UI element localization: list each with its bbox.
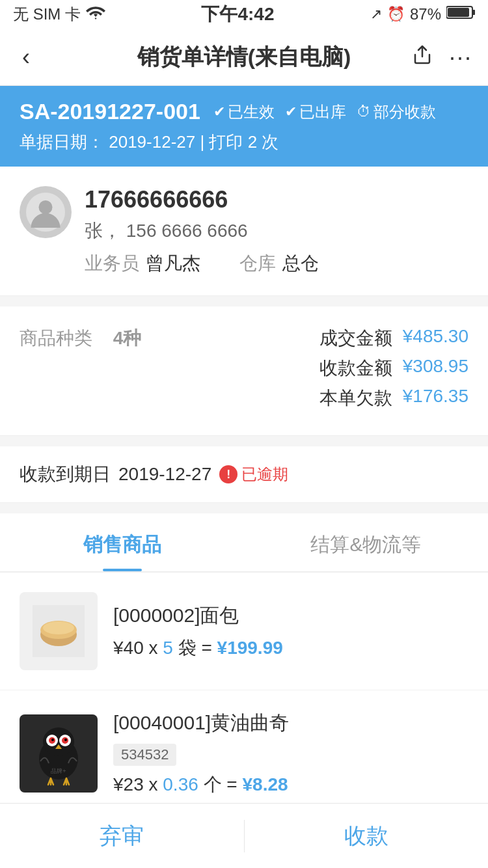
share-button[interactable] [411,44,433,71]
svg-text:品牌+: 品牌+ [51,768,66,774]
overdue-badge: ! 已逾期 [219,464,288,485]
product-details-bread: [0000002]面包 ¥40 x 5 袋 = ¥199.99 [113,603,468,660]
sim-status: 无 SIM 卡 [13,4,81,25]
print-info: | 打印 2 次 [200,132,278,152]
product-unit-price-cookie: ¥23 [113,774,144,794]
product-thumbnail-bread [20,592,98,670]
svg-point-4 [39,200,53,214]
svg-point-17 [64,739,67,741]
svg-point-8 [43,621,74,634]
product-qty-cookie: 0.36 [163,774,198,794]
order-date: 2019-12-27 [109,132,195,152]
warehouse-info: 仓库 总仓 [239,251,319,276]
deal-amount-value: ¥485.30 [403,326,468,351]
customer-avatar [20,186,72,238]
warehouse-label: 仓库 [239,251,276,276]
location-icon: ↗ [370,6,382,23]
status-dispatched: ✔ 已出库 [285,102,346,122]
status-bar-right: ↗ ⏰ 87% [370,5,475,23]
status-partial-payment: ⏱ 部分收款 [357,102,436,122]
order-id: SA-20191227-001 [20,99,200,124]
amount-summary: 成交金额 ¥485.30 收款金额 ¥308.95 本单欠款 ¥176.35 [319,326,468,416]
nav-right-actions: ··· [411,44,472,71]
svg-rect-2 [448,8,469,17]
status-bar-time: 下午4:42 [201,2,274,27]
product-name-cookie: [00040001]黄油曲奇 [113,710,468,737]
product-kinds-info: 商品种类 4种 [20,326,146,351]
due-date-value: 2019-12-27 [118,464,211,485]
product-price-bread: ¥40 x 5 袋 = ¥199.99 [113,636,468,660]
nav-bar: ‹ 销货单详情(来自电脑) ··· [0,29,488,86]
customer-section: 17666666666 张， 156 6666 6666 业务员 曾凡杰 仓库 … [0,167,488,296]
warehouse-name: 总仓 [282,251,319,276]
more-button[interactable]: ··· [449,44,472,71]
bottom-bar: 弃审 收款 [0,803,488,868]
product-item: [0000002]面包 ¥40 x 5 袋 = ¥199.99 [0,573,488,690]
product-kinds-value: 4种 [113,328,142,348]
product-unit-price: ¥40 [113,638,144,658]
customer-contact: 张， 156 6666 6666 [85,219,468,243]
staff-info: 业务员 曾凡杰 [85,251,200,276]
arrears-value: ¥176.35 [403,386,468,411]
tab-sales-products[interactable]: 销售商品 [0,513,244,571]
order-date-info: 单据日期： 2019-12-27 | 打印 2 次 [20,131,468,154]
status-bar: 无 SIM 卡 下午4:42 ↗ ⏰ 87% [0,0,488,29]
product-thumbnail-cookie: 品牌+ [20,714,98,793]
clock-icon: ⏱ [357,103,371,120]
svg-point-16 [51,739,54,741]
staff-label: 业务员 [85,251,139,276]
product-total: ¥199.99 [217,638,283,658]
due-date-section: 收款到期日 2019-12-27 ! 已逾期 [0,446,488,503]
arrears-label: 本单欠款 [319,386,392,411]
customer-account: 17666666666 [85,186,468,213]
svg-rect-1 [472,10,475,15]
collection-amount-value: ¥308.95 [403,356,468,381]
product-sku-cookie: 534532 [113,744,176,766]
product-price-cookie: ¥23 x 0.36 个 = ¥8.28 [113,772,468,797]
staff-name: 曾凡杰 [146,251,200,276]
product-item: 品牌+ [00040001]黄油曲奇 534532 ¥23 x 0.36 个 =… [0,690,488,817]
confirm-payment-button[interactable]: 收款 [245,808,489,864]
product-name-bread: [0000002]面包 [113,603,468,629]
order-header-banner: SA-20191227-001 ✔ 已生效 ✔ 已出库 ⏱ 部分收款 单据日期：… [0,86,488,167]
product-details-cookie: [00040001]黄油曲奇 534532 ¥23 x 0.36 个 = ¥8.… [113,710,468,797]
status-effective: ✔ 已生效 [213,102,275,122]
deal-amount-label: 成交金额 [319,326,392,351]
battery-level: 87% [410,5,441,23]
product-qty: 5 [163,638,173,658]
wifi-icon [86,5,105,23]
date-label: 单据日期： [20,132,104,152]
due-date-label: 收款到期日 [20,462,111,487]
product-total-cookie: ¥8.28 [242,774,288,794]
cancel-button[interactable]: 弃审 [0,808,244,864]
alarm-icon: ⏰ [387,6,405,23]
overdue-icon: ! [219,465,237,483]
tab-settlement-logistics[interactable]: 结算&物流等 [244,513,488,571]
battery-icon [446,5,475,23]
summary-section: 商品种类 4种 成交金额 ¥485.30 收款金额 ¥308.95 本单欠款 ¥… [0,306,488,436]
overdue-text: 已逾期 [241,464,288,485]
check-icon-1: ✔ [213,103,225,120]
status-bar-left: 无 SIM 卡 [13,4,105,25]
back-button[interactable]: ‹ [16,37,36,77]
customer-info: 17666666666 张， 156 6666 6666 业务员 曾凡杰 仓库 … [85,186,468,276]
page-title: 销货单详情(来自电脑) [137,42,351,72]
tabs-section: 销售商品 结算&物流等 [0,513,488,573]
check-icon-2: ✔ [285,103,297,120]
product-kinds-label: 商品种类 [20,328,92,348]
collection-amount-label: 收款金额 [319,356,392,381]
